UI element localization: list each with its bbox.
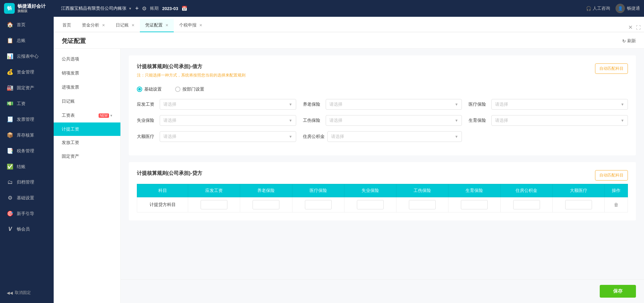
top-bar-actions: 🎧 人工咨询 👤 畅捷通 <box>586 4 640 13</box>
tab-home[interactable]: 首页 <box>57 19 76 32</box>
sidebar-item-fixed-assets[interactable]: 🏭 固定资产 <box>0 80 54 96</box>
input-housing-fund[interactable] <box>513 200 540 209</box>
unemployment-placeholder: 请选择 <box>163 117 176 123</box>
maternity-select[interactable]: 请选择 ▼ <box>491 115 628 126</box>
sidebar-label-salary: 工资 <box>17 101 25 107</box>
left-nav: 公共选项 销项发票 进项发票 日记账 工资表 NEW ▾ 计提工资 发放工资 固… <box>54 49 121 303</box>
medical-select[interactable]: 请选择 ▼ <box>491 99 628 110</box>
tab-tax[interactable]: 个税申报 ✕ <box>174 19 208 32</box>
logo-area: 畅 畅捷通好会计 旗舰版 <box>4 3 58 14</box>
refresh-button[interactable]: ↻ 刷新 <box>622 38 636 44</box>
td-work-injury-input[interactable] <box>396 197 448 212</box>
work-injury-select[interactable]: 请选择 ▼ <box>326 115 462 126</box>
sidebar-item-salary[interactable]: 💵 工资 <box>0 96 54 111</box>
arrow-left-icon: ◀◀ <box>7 291 13 295</box>
large-medical-select[interactable]: 请选择 ▼ <box>160 131 296 142</box>
th-subject: 科目 <box>137 184 188 197</box>
sidebar-item-ledger[interactable]: 📋 总账 <box>0 33 54 48</box>
gross-salary-label: 应发工资 <box>137 101 157 107</box>
pension-select[interactable]: 请选择 ▼ <box>326 99 462 110</box>
work-injury-arrow-icon: ▼ <box>454 118 458 122</box>
sidebar-item-settings[interactable]: ⚙ 基础设置 <box>0 190 54 206</box>
nav-journal[interactable]: 日记账 <box>54 94 120 108</box>
close-all-icon[interactable]: ✕ <box>628 24 633 31</box>
input-unemployment[interactable] <box>357 200 384 209</box>
close-voucher-tab-button[interactable]: ✕ <box>165 23 168 28</box>
credit-table: 科目 应发工资 养老保险 医疗保险 失业保险 工伤保险 生育保险 住房公积金 大… <box>137 184 628 212</box>
gross-salary-select[interactable]: 请选择 ▼ <box>160 99 296 110</box>
gross-salary-arrow-icon: ▼ <box>289 102 292 106</box>
top-bar: 畅 畅捷通好会计 旗舰版 江西服宝精品有限责任公司内账张 ▼ + ⚙ 账期 20… <box>0 0 644 17</box>
nav-accrue-salary[interactable]: 计提工资 <box>54 122 120 136</box>
company-selector[interactable]: 江西服宝精品有限责任公司内账张 ▼ <box>61 5 132 11</box>
add-account-button[interactable]: + <box>135 5 139 12</box>
sidebar: 🏠 首页 📋 总账 📊 云报表中心 💰 资金管理 🏭 固定资产 💵 工资 🧾 发… <box>0 17 54 303</box>
td-unemployment-input[interactable] <box>344 197 396 212</box>
large-medical-arrow-icon: ▼ <box>289 135 292 139</box>
sidebar-item-closing[interactable]: ✅ 结账 <box>0 159 54 174</box>
nav-purchase-invoice[interactable]: 进项发票 <box>54 80 120 94</box>
td-housing-fund-input[interactable] <box>500 197 552 212</box>
input-maternity[interactable] <box>461 200 488 209</box>
page-header: 凭证配置 ↻ 刷新 <box>54 32 644 49</box>
td-pension-input[interactable] <box>240 197 292 212</box>
tab-label-voucher: 凭证配置 <box>145 22 163 28</box>
housing-fund-select[interactable]: 请选择 ▼ <box>327 131 462 142</box>
nav-fixed-assets[interactable]: 固定资产 <box>54 149 120 163</box>
sidebar-label-closing: 结账 <box>17 164 25 170</box>
expand-icon[interactable]: ⛶ <box>636 25 641 30</box>
td-gross-salary-input[interactable] <box>188 197 240 212</box>
input-medical[interactable] <box>305 200 332 209</box>
close-funds-tab-button[interactable]: ✕ <box>102 23 105 28</box>
close-journal-tab-button[interactable]: ✕ <box>131 23 135 28</box>
sub-layout: 公共选项 销项发票 进项发票 日记账 工资表 NEW ▾ 计提工资 发放工资 固… <box>54 49 644 303</box>
user-area[interactable]: 👤 畅捷通 <box>615 4 640 13</box>
input-work-injury[interactable] <box>409 200 436 209</box>
credit-auto-match-button[interactable]: 自动匹配科目 <box>595 170 628 181</box>
tab-funds-analysis[interactable]: 资金分析 ✕ <box>76 19 110 32</box>
tab-journal[interactable]: 日记账 ✕ <box>110 19 140 32</box>
td-medical-input[interactable] <box>292 197 344 212</box>
debit-auto-match-button[interactable]: 自动匹配科目 <box>595 63 628 74</box>
th-housing-fund: 住房公积金 <box>500 184 552 197</box>
sidebar-item-reports[interactable]: 📊 云报表中心 <box>0 48 54 64</box>
td-maternity-input[interactable] <box>448 197 500 212</box>
td-delete[interactable]: 🗑 <box>605 197 628 212</box>
sidebar-item-invoice[interactable]: 🧾 发票管理 <box>0 111 54 127</box>
nav-public-options[interactable]: 公共选项 <box>54 52 120 66</box>
cancel-fixed-button[interactable]: ◀◀ 取消固定 <box>0 286 54 300</box>
settings-icon[interactable]: ⚙ <box>142 5 147 12</box>
delete-row-icon[interactable]: 🗑 <box>614 202 619 207</box>
tab-voucher-config[interactable]: 凭证配置 ✕ <box>140 19 174 32</box>
sidebar-item-tax[interactable]: 📑 税务管理 <box>0 143 54 159</box>
maternity-label: 生育保险 <box>469 117 489 123</box>
save-button[interactable]: 保存 <box>600 285 636 298</box>
radio-basic-setting[interactable]: 基础设置 <box>137 86 162 92</box>
invoice-icon: 🧾 <box>7 116 13 122</box>
nav-payroll-sheet[interactable]: 工资表 NEW ▾ <box>54 108 120 122</box>
input-gross-salary[interactable] <box>201 200 227 209</box>
close-tax-tab-button[interactable]: ✕ <box>199 23 202 28</box>
td-large-medical-input[interactable] <box>552 197 604 212</box>
field-pension: 养老保险 请选择 ▼ <box>303 99 462 110</box>
gross-salary-placeholder: 请选择 <box>163 101 176 107</box>
input-large-medical[interactable] <box>565 200 592 209</box>
input-pension[interactable] <box>253 200 279 209</box>
unemployment-select[interactable]: 请选择 ▼ <box>160 115 296 126</box>
sidebar-item-funds[interactable]: 💰 资金管理 <box>0 64 54 80</box>
calendar-icon[interactable]: 📅 <box>181 6 187 11</box>
nav-pay-salary[interactable]: 发放工资 <box>54 136 120 149</box>
settings-icon: ⚙ <box>7 195 13 201</box>
tab-label-funds: 资金分析 <box>82 22 99 28</box>
sidebar-item-guide[interactable]: 🎯 新手引导 <box>0 206 54 221</box>
sidebar-item-home[interactable]: 🏠 首页 <box>0 17 54 33</box>
th-maternity: 生育保险 <box>448 184 500 197</box>
nav-sales-invoice[interactable]: 销项发票 <box>54 66 120 80</box>
sidebar-item-archive[interactable]: 🗂 归档管理 <box>0 174 54 190</box>
sidebar-item-inventory[interactable]: 📦 库存核算 <box>0 127 54 143</box>
headset-icon: 🎧 <box>586 6 591 11</box>
sidebar-item-member[interactable]: V 畅会员 <box>0 221 54 237</box>
right-content: 计提核算规则(公司承担)-借方 注：只能选择一种方式，系统将按照您当前的选择来配… <box>121 49 644 303</box>
radio-dept-setting[interactable]: 按部门设置 <box>175 86 204 92</box>
support-button[interactable]: 🎧 人工咨询 <box>586 5 610 11</box>
